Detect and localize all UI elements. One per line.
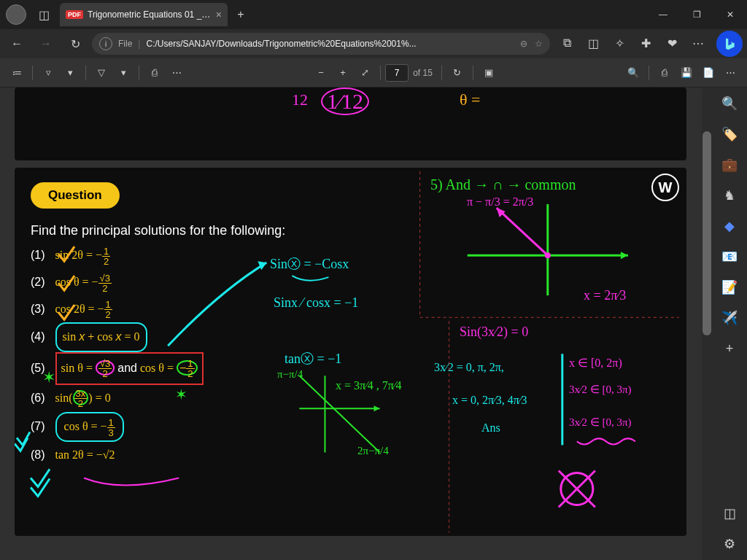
separator <box>649 66 649 80</box>
pdf-toolbar: ≔ ▿ ▾ ▽ ▾ ⎙ ⋯ − + ⤢ of 15 ↻ ▣ 🔍 ⎙ 💾 📄 ⋯ <box>0 58 747 88</box>
close-tab-icon[interactable]: × <box>216 9 222 20</box>
fit-page-icon[interactable]: ⤢ <box>354 62 376 84</box>
list-item: (5)sin θ = √32 and cos θ = −12 <box>31 352 204 385</box>
more-right-icon[interactable]: ⋯ <box>719 62 741 84</box>
annot-x34: x = 3π⁄4 , 7π⁄4 <box>336 379 402 392</box>
annot-x02pi: x ∈ [0, 2π) <box>569 356 622 370</box>
svg-marker-7 <box>258 261 266 270</box>
chevron-down-icon[interactable]: ▾ <box>112 62 134 84</box>
sidebar-tag-icon[interactable]: 🏷️ <box>719 124 740 144</box>
annot-32-in: 3x⁄2 ∈ [0, 3π) <box>569 416 632 429</box>
back-button[interactable]: ← <box>4 31 29 56</box>
svg-marker-17 <box>497 208 506 217</box>
address-bar: ← → ↻ i File | C:/Users/SANJAY/Downloads… <box>0 29 747 58</box>
sidebar-panel-icon[interactable]: ◫ <box>719 503 740 524</box>
save-icon[interactable]: 💾 <box>676 62 697 84</box>
pdf-badge-icon: PDF <box>66 10 83 19</box>
window-controls: — ❐ ✕ <box>646 0 747 29</box>
list-item: (3)cos 2θ = −12 <box>31 296 204 323</box>
list-item: (7)cos θ = −13 <box>31 412 204 442</box>
save-as-icon[interactable]: 📄 <box>697 62 719 84</box>
list-item: (8)tan 2θ = −√2 <box>31 442 204 469</box>
toc-icon[interactable]: ≔ <box>6 62 28 84</box>
sidebar-games-icon[interactable]: ♞ <box>719 185 740 206</box>
annot-sinx: Sinⓧ = −Cosx <box>270 255 349 273</box>
annot-top-12: 12 <box>292 90 308 109</box>
split-screen-icon[interactable]: ◫ <box>581 31 605 55</box>
maximize-button[interactable]: ❐ <box>680 0 713 29</box>
content-area: 12 1⁄12 θ = 0 Question W Find the princi… <box>0 88 747 560</box>
print-icon[interactable]: ⎙ <box>654 62 676 84</box>
vertical-scrollbar[interactable] <box>702 88 712 560</box>
site-info-icon[interactable]: i <box>99 37 112 50</box>
toolbar-right: ⧉ ◫ ✧ ✚ ❤ ⋯ <box>554 31 743 57</box>
reload-button[interactable]: ↻ <box>63 31 88 56</box>
list-item: (2)cos θ = −√32 <box>31 269 204 296</box>
draw-icon[interactable]: ▽ <box>90 62 112 84</box>
favorite-star-icon[interactable]: ☆ <box>535 39 543 49</box>
url-field[interactable]: i File | C:/Users/SANJAY/Downloads/Trigo… <box>92 33 550 55</box>
favorites-icon[interactable]: ✧ <box>607 31 632 55</box>
question-badge: Question <box>31 182 120 209</box>
sidebar-office-icon[interactable]: ◆ <box>719 216 740 236</box>
window-titlebar: ◫ PDF Trigonometric Equations 01 _ Cla ×… <box>0 0 747 29</box>
sidebar-search-icon[interactable]: 🔍 <box>719 93 740 114</box>
svg-line-21 <box>559 470 595 507</box>
highlight-icon[interactable]: ▿ <box>37 62 59 84</box>
file-scheme-label: File <box>118 39 132 49</box>
sidebar-outlook-icon[interactable]: 📧 <box>719 246 740 267</box>
list-item: (6)sin(3x2) = 0 <box>31 385 204 412</box>
annot-2pi: 2π−π/4 <box>357 445 389 457</box>
titlebar-left: ◫ PDF Trigonometric Equations 01 _ Cla ×… <box>0 0 254 29</box>
scrollbar-thumb[interactable] <box>703 131 711 335</box>
collections-icon[interactable]: ✚ <box>633 31 658 55</box>
minimize-button[interactable]: — <box>646 0 680 29</box>
sidebar-add-icon[interactable]: + <box>719 338 740 359</box>
profile-avatar[interactable] <box>6 4 26 25</box>
annot-ans: Ans <box>481 421 500 435</box>
read-aloud-icon[interactable]: ⎙ <box>144 62 166 84</box>
separator <box>85 66 86 80</box>
page-view-icon[interactable]: ▣ <box>478 62 500 84</box>
slide-previous: 12 1⁄12 θ = 0 <box>15 88 686 160</box>
question-list: (1)sin 2θ = −12 (2)cos θ = −√32 (3)cos 2… <box>31 242 204 468</box>
close-window-button[interactable]: ✕ <box>713 0 747 29</box>
annot-5b: π − π/3 = 2π/3 <box>467 195 533 209</box>
zoom-in-button[interactable]: + <box>332 62 354 84</box>
chevron-down-icon[interactable]: ▾ <box>59 62 81 84</box>
watermark-logo: W <box>651 174 679 201</box>
annot-sin32: Sin(3x⁄2) = 0 <box>460 324 528 340</box>
sidebar-send-icon[interactable]: ✈️ <box>719 308 740 328</box>
tab-title: Trigonometric Equations 01 _ Cla <box>88 9 212 20</box>
bing-chat-button[interactable] <box>716 31 743 57</box>
sidebar-briefcase-icon[interactable]: 💼 <box>719 155 740 175</box>
url-right-icons: ⊖ ☆ <box>520 39 543 49</box>
new-tab-button[interactable]: + <box>228 3 254 26</box>
svg-marker-11 <box>374 405 380 411</box>
zoom-out-button[interactable]: − <box>310 62 332 84</box>
rotate-icon[interactable]: ↻ <box>446 62 468 84</box>
question-title: Find the principal solutions for the fol… <box>31 223 285 238</box>
sidebar-settings-icon[interactable]: ⚙ <box>719 534 740 554</box>
page-total-label: of 15 <box>413 68 433 78</box>
search-pdf-icon[interactable]: 🔍 <box>622 62 644 84</box>
more-left-icon[interactable]: ⋯ <box>166 62 187 84</box>
zoom-indicator-icon[interactable]: ⊖ <box>520 39 527 49</box>
url-text: C:/Users/SANJAY/Downloads/Trigonometric%… <box>146 39 514 49</box>
annot-5c: x = 2π⁄3 <box>584 288 626 303</box>
page-number-input[interactable] <box>385 64 409 82</box>
more-menu-icon[interactable]: ⋯ <box>686 31 711 55</box>
annot-theta: θ = <box>460 90 480 109</box>
browser-tab[interactable]: PDF Trigonometric Equations 01 _ Cla × <box>60 3 228 26</box>
sidebar-note-icon[interactable]: 📝 <box>719 277 740 298</box>
annot-32-03: 3x⁄2 ∈ [0, 3π) <box>569 383 632 396</box>
extensions-icon[interactable]: ⧉ <box>554 31 579 55</box>
tab-actions-icon[interactable]: ◫ <box>32 3 55 26</box>
document-viewport[interactable]: 12 1⁄12 θ = 0 Question W Find the princi… <box>0 88 712 560</box>
performance-icon[interactable]: ❤ <box>659 31 684 55</box>
separator <box>32 66 33 80</box>
list-item: (4)sin x + cos x = 0 <box>31 322 204 352</box>
url-separator: | <box>138 39 140 49</box>
list-item: (1)sin 2θ = −12 <box>31 242 204 269</box>
svg-point-18 <box>545 252 551 258</box>
